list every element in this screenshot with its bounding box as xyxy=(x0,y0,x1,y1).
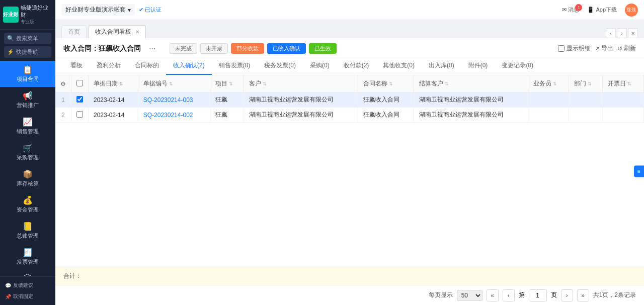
row-billing-customer: 湖南卫视商业运营发展有限公司 xyxy=(414,108,528,123)
main-content: 好业财专业版演示帐套 ▾ ✔ 已认证 ✉ 消息 1 📱 App下载 珠珠 xyxy=(55,0,644,305)
row-contract: 狂飙收入合同 xyxy=(358,108,414,123)
company-selector[interactable]: 好业财专业版演示帐套 ▾ xyxy=(61,4,135,16)
sidebar-item-funds[interactable]: 💰 资金管理 xyxy=(0,191,55,218)
sort-icon: ⇅ xyxy=(119,81,123,86)
table-footer: 合计： xyxy=(55,267,644,285)
first-page-button[interactable]: « xyxy=(487,289,499,301)
sidebar-nav: 📋 项目合同 📢 营销推广 📈 销售管理 🛒 采购管理 📦 库存核算 💰 资金管… xyxy=(0,61,55,276)
sidebar-search-area: 🔍 搜索菜单 ⚡ 快捷导航 xyxy=(0,30,55,61)
message-badge: 1 xyxy=(575,4,582,11)
sidebar-item-label: 资金管理 xyxy=(17,206,39,214)
row-code-link[interactable]: SQ-20230214-003 xyxy=(143,96,193,104)
tab-contract-board[interactable]: 收入合同看板 ✕ xyxy=(89,25,146,38)
row-billing-customer: 湖南卫视商业运营发展有限公司 xyxy=(414,92,528,108)
quick-nav-button[interactable]: ⚡ 快捷导航 xyxy=(4,46,51,58)
tab-prev-button[interactable]: ‹ xyxy=(606,28,616,38)
col-billing-customer: 结算客户⇅ xyxy=(414,75,528,92)
sidebar-item-ledger[interactable]: 📒 总账管理 xyxy=(0,218,55,244)
sub-tab-warehouse[interactable]: 出入库(0) xyxy=(422,57,461,75)
show-detail-checkbox[interactable] xyxy=(558,45,565,52)
unpin-button[interactable]: 📌 取消固定 xyxy=(4,291,51,302)
table-row[interactable]: 1 2023-02-14 SQ-20230214-003 狂飙 湖南卫视商业运营… xyxy=(55,92,644,108)
row-customer: 湖南卫视商业运营发展有限公司 xyxy=(244,108,358,123)
sub-tab-subject[interactable]: 合同标的 xyxy=(128,57,166,75)
verified-badge: ✔ 已认证 xyxy=(139,6,162,14)
row-department xyxy=(569,92,603,108)
row-code-link[interactable]: SQ-20230214-002 xyxy=(143,112,193,119)
avatar: 珠珠 xyxy=(625,4,638,17)
sub-tab-change-log[interactable]: 变更记录(0) xyxy=(495,57,540,75)
show-detail-label[interactable]: 显示明细 xyxy=(558,44,591,53)
sub-tab-attachment[interactable]: 附件(0) xyxy=(461,57,495,75)
sort-icon: ⇅ xyxy=(445,81,449,86)
row-checkbox[interactable] xyxy=(76,111,83,118)
status-incomplete-button[interactable]: 未完成 xyxy=(170,43,197,54)
sub-tab-payment[interactable]: 收付款(2) xyxy=(337,57,376,75)
sidebar-item-sales[interactable]: 📈 销售管理 xyxy=(0,113,55,139)
tab-next-button[interactable]: › xyxy=(617,28,627,38)
sidebar: 好业财 畅捷通好业财 专业版 🔍 搜索菜单 ⚡ 快捷导航 📋 项目合同 📢 营销… xyxy=(0,0,55,305)
table-row[interactable]: 2 2023-02-14 SQ-20230214-002 狂飙 湖南卫视商业运营… xyxy=(55,108,644,123)
feedback-label: 反馈建议 xyxy=(13,282,33,289)
row-code[interactable]: SQ-20230214-002 xyxy=(138,108,210,123)
row-settings: 1 xyxy=(55,92,71,108)
status-confirmed-button[interactable]: 已收入确认 xyxy=(267,43,306,54)
next-page-button[interactable]: › xyxy=(561,289,573,301)
row-checkbox-cell[interactable] xyxy=(71,108,89,123)
prev-page-button[interactable]: ‹ xyxy=(503,289,515,301)
sidebar-item-label: 发票管理 xyxy=(17,258,39,266)
status-effective-button[interactable]: 已生效 xyxy=(309,43,337,54)
row-project: 狂飙 xyxy=(210,92,244,108)
export-button[interactable]: ↗ 导出 xyxy=(595,44,613,53)
page-size-select[interactable]: 50 20 100 xyxy=(457,290,482,301)
sub-tab-purchase[interactable]: 采购(0) xyxy=(303,57,337,75)
tab-close-button[interactable]: ✕ xyxy=(135,29,139,35)
sidebar-item-project-contract[interactable]: 📋 项目合同 xyxy=(0,61,55,87)
search-menu-button[interactable]: 🔍 搜索菜单 xyxy=(4,33,51,44)
status-partial-button[interactable]: 部分收款 xyxy=(231,43,264,54)
row-checkbox[interactable] xyxy=(76,96,83,103)
feedback-button[interactable]: 💬 反馈建议 xyxy=(4,280,51,291)
sub-tab-revenue-confirm[interactable]: 收入确认(2) xyxy=(166,57,212,75)
refresh-button[interactable]: ↺ 刷新 xyxy=(617,44,636,53)
sub-tab-other[interactable]: 其他收支(0) xyxy=(376,57,422,75)
sidebar-item-inventory[interactable]: 📦 库存核算 xyxy=(0,165,55,191)
status-uninvoiced-button[interactable]: 未开票 xyxy=(200,43,228,54)
project-icon: 📋 xyxy=(23,65,33,74)
sidebar-item-marketing[interactable]: 📢 营销推广 xyxy=(0,87,55,113)
sidebar-item-tax[interactable]: 🏛 税务管理 xyxy=(0,270,55,276)
sub-tab-sales-invoice[interactable]: 销售发票(0) xyxy=(212,57,258,75)
row-checkbox-cell[interactable] xyxy=(71,92,89,108)
main-table: ⚙ 单据日期⇅ 单据编号⇅ 项目⇅ 客户⇅ 合同名称⇅ 结算客户⇅ 业务员⇅ 部… xyxy=(55,75,644,123)
last-page-button[interactable]: » xyxy=(577,289,589,301)
purchase-icon: 🛒 xyxy=(23,143,33,153)
verified-label: 已认证 xyxy=(145,6,162,14)
more-button[interactable]: ··· xyxy=(147,44,157,53)
select-all-checkbox[interactable] xyxy=(76,80,83,86)
sub-tab-tax-invoice[interactable]: 税务发票(0) xyxy=(257,57,303,75)
sub-tab-profit[interactable]: 盈利分析 xyxy=(90,57,128,75)
export-icon: ↗ xyxy=(595,45,600,52)
app-download-button[interactable]: 📱 App下载 xyxy=(587,6,617,14)
tab-home[interactable]: 首页 xyxy=(61,25,87,38)
sidebar-item-invoice[interactable]: 🧾 发票管理 xyxy=(0,244,55,270)
row-salesperson xyxy=(528,92,569,108)
col-settings: ⚙ xyxy=(55,75,71,92)
message-button[interactable]: ✉ 消息 1 xyxy=(562,6,579,14)
col-project: 项目⇅ xyxy=(210,75,244,92)
message-icon: ✉ xyxy=(562,7,567,13)
right-float-button[interactable]: ≡ xyxy=(634,165,644,177)
user-avatar[interactable]: 珠珠 xyxy=(625,4,638,17)
download-icon: 📱 xyxy=(587,7,594,13)
row-code[interactable]: SQ-20230214-003 xyxy=(138,92,210,108)
sub-tab-board[interactable]: 看板 xyxy=(63,57,90,75)
tab-close-all-button[interactable]: ✕ xyxy=(628,28,638,38)
table-area: ≡ ⚙ 单据日期⇅ 单据编号⇅ 项目⇅ 客户⇅ 合同名称⇅ 结算客户⇅ 业务员⇅… xyxy=(55,75,644,267)
sidebar-item-label: 销售管理 xyxy=(17,128,39,135)
sidebar-item-label: 总账管理 xyxy=(17,232,39,240)
sidebar-item-purchase[interactable]: 🛒 采购管理 xyxy=(0,139,55,165)
search-icon: 🔍 xyxy=(7,35,14,42)
logo-icon: 好业财 xyxy=(3,7,19,23)
page-input[interactable] xyxy=(529,289,547,301)
topbar: 好业财专业版演示帐套 ▾ ✔ 已认证 ✉ 消息 1 📱 App下载 珠珠 xyxy=(55,0,644,20)
